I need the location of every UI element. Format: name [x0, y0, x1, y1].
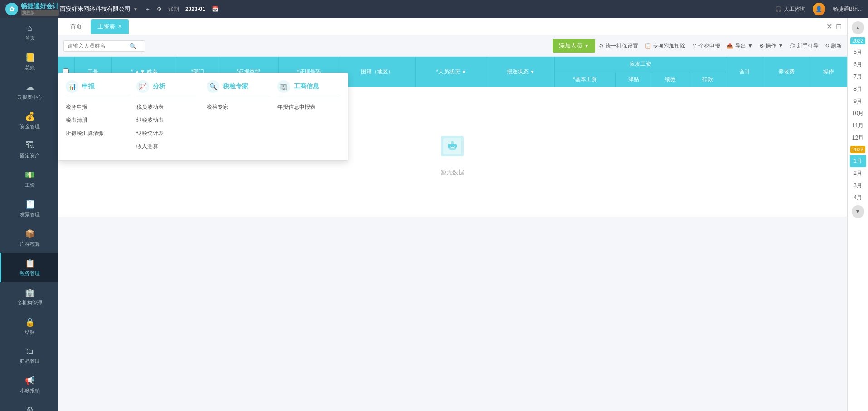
menu-item-income-calc2[interactable]: 收入测算 [136, 140, 200, 153]
menu-item-tax-wave[interactable]: 纳税波动表 [136, 114, 200, 127]
menu-item-tax-table[interactable]: 税表清册 [66, 114, 129, 127]
rp-nav-up[interactable]: ▲ [852, 21, 864, 34]
col-status[interactable]: *人员状态 ▼ [416, 57, 487, 87]
help-button[interactable]: 🎧 人工咨询 [775, 5, 805, 13]
company-selector[interactable]: 西安虾米网络科技有限公司 ▼ [60, 5, 138, 13]
svg-point-4 [449, 142, 451, 144]
tab-salary[interactable]: 工资表 ✕ [91, 19, 129, 34]
user-label[interactable]: 畅捷通B组... [833, 5, 863, 13]
logo-icon: ✿ [5, 3, 18, 15]
tab-close-icon[interactable]: ✕ [118, 24, 122, 29]
menu-item-annual-report[interactable]: 年报信息申报表 [277, 101, 341, 114]
rp-month-2023-4[interactable]: 4月 [850, 192, 866, 204]
analysis-title: 分析 [153, 82, 165, 91]
col-pension: 养老费 [763, 57, 810, 87]
sidebar-item-general-ledger[interactable]: 📒 总账 [0, 47, 58, 77]
close-window-icon[interactable]: ✕ [826, 22, 832, 31]
deductions-btn[interactable]: 📋 专项附加扣除 [645, 42, 685, 50]
rp-month-2022-4[interactable]: 8月 [850, 83, 866, 95]
sidebar-item-closing[interactable]: 🔒 结账 [0, 312, 58, 341]
tax-expert-title: 税检专家 [223, 82, 248, 91]
rp-month-2022-7[interactable]: 11月 [850, 120, 866, 132]
menu-item-tax-report[interactable]: 税务申报 [66, 101, 129, 114]
col-total: 合计 [726, 57, 763, 87]
rp-month-2022-1[interactable]: 5月 [850, 46, 866, 58]
settings-icon: ⚙ [26, 405, 34, 411]
menu-item-tax-stats[interactable]: 纳税统计表 [136, 127, 200, 140]
user-avatar[interactable]: 👤 [813, 3, 825, 15]
tax-icon: 📋 [25, 258, 35, 268]
rp-month-2022-2[interactable]: 6月 [850, 58, 866, 71]
sidebar-item-home[interactable]: ⌂ 首页 [0, 18, 58, 47]
inventory-icon: 📦 [25, 229, 35, 239]
search-box[interactable]: 🔍 [63, 40, 145, 52]
col-report-status[interactable]: 报送状态 ▼ [487, 57, 554, 87]
marketing-label: 小畅报销 [20, 387, 40, 394]
col-performance: 绩效 [652, 72, 689, 87]
cloud-report-icon: ☁ [26, 82, 34, 92]
sidebar-item-inventory[interactable]: 📦 库存核算 [0, 223, 58, 253]
archive-label: 归档管理 [20, 358, 40, 365]
menu-section-tax-expert: 🔍税检专家税检专家 [207, 80, 270, 153]
fund-icon: 💰 [25, 111, 35, 121]
sidebar-item-settings[interactable]: ⚙ 基础设置 [0, 400, 58, 411]
rp-year-2023[interactable]: 2023 [850, 146, 865, 153]
tab-bar-right: ✕ ⊡ [826, 22, 842, 31]
menu-item-tax-fluctuation[interactable]: 税负波动表 [136, 101, 200, 114]
rp-month-2022-3[interactable]: 7月 [850, 71, 866, 83]
sidebar-item-tax[interactable]: 📋 税务管理 [0, 253, 58, 282]
rp-nav-down[interactable]: ▼ [852, 205, 864, 218]
sidebar-item-invoice[interactable]: 🧾 发票管理 [0, 194, 58, 223]
add-icon[interactable]: ＋ [145, 5, 150, 13]
menu-item-tax-check[interactable]: 税检专家 [207, 101, 270, 114]
rp-month-2023-2[interactable]: 2月 [850, 167, 866, 179]
calendar-icon[interactable]: 📅 [212, 6, 218, 12]
add-person-button[interactable]: 添加人员 ▼ [553, 39, 595, 53]
export-btn[interactable]: 📤 导出 ▼ [727, 42, 753, 50]
add-person-dropdown-icon: ▼ [584, 44, 589, 48]
help-label: 人工咨询 [784, 5, 805, 13]
headset-icon: 🎧 [775, 6, 782, 12]
sidebar-item-salary[interactable]: 💵 工资 [0, 164, 58, 194]
operations-btn[interactable]: ⚙ 操作 ▼ [759, 42, 784, 50]
sidebar-item-marketing[interactable]: 📢 小畅报销 [0, 370, 58, 400]
personal-tax-btn[interactable]: 🖨 个税申报 [692, 42, 720, 50]
multi-org-icon: 🏢 [25, 288, 35, 298]
settings-icon[interactable]: ⚙ [157, 6, 162, 12]
menu-item-income-calc[interactable]: 所得税汇算清缴 [66, 127, 129, 140]
rp-month-2022-8[interactable]: 12月 [850, 132, 866, 144]
sidebar-item-fixed-assets[interactable]: 🏗 固定资产 [0, 135, 58, 164]
top-bar: ✿ 畅捷通好会计 旗舰版 西安虾米网络科技有限公司 ▼ ＋ ⚙ 账期 2023-… [0, 0, 868, 18]
right-panel: ▲20225月6月7月8月9月10月11月12月20231月2月3月4月▼ [847, 18, 868, 411]
guide-btn[interactable]: ◎ 新手引导 [790, 42, 818, 50]
col-base-salary: *基本工资 [554, 72, 615, 87]
rp-month-2022-6[interactable]: 10月 [850, 107, 866, 120]
search-input[interactable] [68, 43, 126, 49]
restore-icon[interactable]: ⊡ [836, 22, 842, 31]
rp-month-2023-3[interactable]: 3月 [850, 179, 866, 192]
menu-section-report: 📊申报税务申报税表清册所得税汇算清缴 [66, 80, 129, 153]
period-label: 账期 [168, 5, 179, 13]
period-value[interactable]: 2023-01 [185, 6, 205, 12]
rp-year-2022[interactable]: 2022 [850, 37, 865, 44]
sidebar-item-fund[interactable]: 💰 资金管理 [0, 106, 58, 135]
social-insurance-btn[interactable]: ⚙ 统一社保设置 [599, 42, 638, 50]
sidebar-item-cloud-report[interactable]: ☁ 云报表中心 [0, 77, 58, 106]
tab-home[interactable]: 首页 [63, 19, 89, 34]
rp-month-2022-5[interactable]: 9月 [850, 95, 866, 107]
refresh-btn[interactable]: ↻ 刷新 [825, 42, 842, 50]
fund-label: 资金管理 [20, 123, 40, 130]
closing-label: 结账 [25, 329, 35, 336]
table-header-row1: 工号 * ▲▼ 姓名 *部门 *证据类型 *证据号码 国籍（地区） *人员状态 … [58, 57, 847, 72]
col-ops: 操作 [810, 57, 847, 87]
sidebar-item-archive[interactable]: 🗂 归档管理 [0, 341, 58, 370]
sidebar: ⌂ 首页 📒 总账 ☁ 云报表中心 💰 资金管理 🏗 固定资产 💵 工资 🧾 发… [0, 18, 58, 411]
top-bar-actions: ＋ ⚙ 账期 2023-01 📅 [145, 5, 218, 13]
sidebar-item-multi-org[interactable]: 🏢 多机构管理 [0, 282, 58, 312]
svg-point-5 [454, 142, 456, 144]
rp-month-2023-1[interactable]: 1月 [850, 155, 866, 167]
menu-section-header-tax-expert: 🔍税检专家 [207, 80, 270, 97]
menu-section-header-biz-info: 🏢工商信息 [277, 80, 341, 97]
home-icon: ⌂ [27, 24, 32, 33]
col-domicile: 国籍（地区） [339, 57, 416, 87]
